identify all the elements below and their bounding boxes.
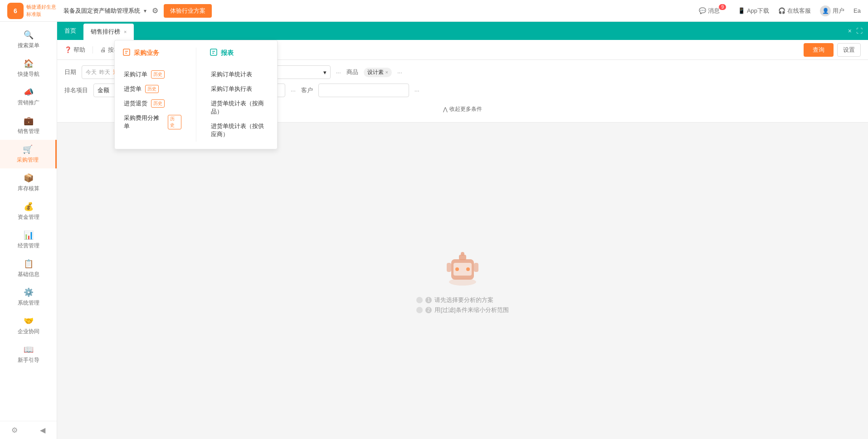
menu-item-label: 进货单 [124, 85, 141, 93]
headset-icon: 🎧 [778, 7, 785, 14]
industry-btn[interactable]: 体验行业方案 [164, 4, 212, 18]
filter-dots-2[interactable]: ··· [397, 69, 402, 76]
select-dropdown-icon: ▾ [323, 69, 327, 76]
svg-point-5 [455, 267, 459, 271]
avatar-icon: 👤 [820, 5, 831, 16]
sidebar-item-finance[interactable]: 💰 资金管理 [0, 197, 57, 226]
menu-item-order-stat[interactable]: 采购订单统计表 [209, 67, 270, 82]
system-title: 装备及固定资产辅助管理系统 [63, 7, 140, 15]
sidebar-collapse-btn[interactable]: ◀ [40, 426, 45, 434]
system-icon: ⚙️ [24, 287, 34, 297]
menu-item-label: 进货单统计表（按商品） [211, 99, 268, 116]
menu-item-incoming[interactable]: 进货单 历史 [122, 82, 183, 96]
online-service-item[interactable]: 🎧 在线客服 [778, 7, 811, 15]
content-area: 首页 销售排行榜 × × ⛶ ❓ 帮助 🖨 [57, 22, 868, 439]
report-section-icon [209, 48, 218, 58]
rank-label: 排名项目 [64, 86, 88, 94]
empty-state: 1 请先选择要分析的方案 2 用[过滤]条件来缩小分析范围 [57, 123, 868, 439]
menu-item-expense[interactable]: 采购费用分摊单 历史 [122, 111, 183, 133]
settings-result-btn[interactable]: 设置 [837, 43, 861, 57]
search-icon: 🔍 [24, 30, 34, 40]
finance-icon: 💰 [24, 202, 34, 212]
empty-illustration [440, 246, 485, 292]
main-area: 🔍 搜索菜单 🏠 快捷导航 📣 营销推广 💼 销售管理 🛒 采购管 [0, 22, 868, 439]
sidebar-item-guide[interactable]: 📖 新手引导 [0, 340, 57, 369]
purchase-section-title: 采购业务 [122, 48, 183, 62]
svg-rect-9 [447, 263, 451, 272]
sidebar: 🔍 搜索菜单 🏠 快捷导航 📣 营销推广 💼 销售管理 🛒 采购管 [0, 22, 57, 439]
query-btn[interactable]: 查询 [804, 43, 834, 57]
menu-item-order-exec[interactable]: 采购订单执行表 [209, 82, 270, 96]
home-icon: 🏠 [24, 59, 34, 69]
notification-badge: 9 [719, 4, 726, 10]
dropdown-menu: 采购业务 采购订单 历史 进货单 历史 进货退货 历史 [114, 40, 278, 149]
sidebar-item-navigation[interactable]: 🏠 快捷导航 [0, 54, 57, 83]
tab-fullscreen-icon[interactable]: ⛶ [856, 27, 863, 35]
app-download-item[interactable]: 📱 App下载 [738, 7, 769, 15]
tab-home[interactable]: 首页 [57, 22, 83, 40]
collapse-btn[interactable]: ⋀ 收起更多条件 [443, 105, 482, 113]
menu-item-purchase-order[interactable]: 采购订单 历史 [122, 67, 183, 82]
top-bar: 6 畅捷通好生意 标准版 装备及固定资产辅助管理系统 ▾ ⚙ 体验行业方案 💬 … [0, 0, 868, 22]
basic-info-icon: 📋 [24, 259, 34, 269]
toolbar-sep-1 [93, 46, 93, 54]
date-label: 日期 [64, 68, 76, 76]
menu-item-label: 采购订单统计表 [211, 70, 252, 79]
inventory-icon: 📦 [24, 173, 34, 183]
guide-icon: 📖 [24, 345, 34, 355]
customer-select[interactable] [318, 84, 409, 97]
filter-dots-4[interactable]: ··· [414, 87, 419, 94]
history-tag-2: 历史 [145, 85, 159, 93]
svg-rect-10 [474, 263, 478, 272]
menu-item-label: 采购费用分摊单 [124, 114, 164, 130]
tab-close-icon[interactable]: × [124, 29, 127, 35]
filter-dots-3[interactable]: ··· [291, 87, 296, 94]
svg-point-6 [466, 267, 470, 271]
report-section-title: 报表 [209, 48, 270, 62]
svg-point-8 [461, 252, 464, 256]
marketing-icon: 📣 [24, 87, 34, 97]
sidebar-item-purchase[interactable]: 🛒 采购管理 [0, 140, 57, 168]
menu-item-incoming-stat-supplier[interactable]: 进货单统计表（按供应商） [209, 119, 270, 142]
menu-item-return[interactable]: 进货退货 历史 [122, 96, 183, 111]
title-dropdown-icon[interactable]: ▾ [144, 8, 146, 14]
sidebar-item-sales[interactable]: 💼 销售管理 [0, 111, 57, 140]
tab-bar: 首页 销售排行榜 × × ⛶ [57, 22, 868, 40]
menu-item-incoming-stat-goods[interactable]: 进货单统计表（按商品） [209, 96, 270, 119]
sidebar-settings-btn[interactable]: ⚙ [11, 426, 18, 434]
goods-chip-close[interactable]: × [385, 69, 388, 75]
menu-item-label: 采购订单 [124, 70, 147, 79]
tab-window-close-icon[interactable]: × [848, 27, 852, 35]
history-tag-3: 历史 [151, 99, 165, 108]
logo-text: 畅捷通好生意 标准版 [26, 4, 56, 18]
operations-icon: 📊 [24, 230, 34, 240]
purchase-menu-section: 采购业务 采购订单 历史 进货单 历史 进货退货 历史 [122, 48, 183, 142]
sidebar-item-basic-info[interactable]: 📋 基础信息 [0, 254, 57, 283]
svg-text:6: 6 [14, 7, 17, 15]
filter-dots-1[interactable]: ··· [336, 69, 341, 76]
help-icon: ❓ [64, 46, 72, 53]
purchase-icon: 🛒 [23, 144, 33, 154]
sidebar-item-marketing[interactable]: 📣 营销推广 [0, 83, 57, 111]
history-tag-4: 历史 [168, 115, 181, 129]
tab-bar-right: × ⛶ [848, 27, 868, 35]
empty-robot-svg [440, 246, 485, 291]
sidebar-item-system[interactable]: ⚙️ 系统管理 [0, 283, 57, 311]
user-item[interactable]: 👤 用户 [820, 5, 844, 16]
sidebar-item-search[interactable]: 🔍 搜索菜单 [0, 25, 57, 54]
customer-label: 客户 [301, 86, 313, 94]
logo-icon: 6 [7, 3, 24, 19]
sidebar-item-enterprise[interactable]: 🤝 企业协同 [0, 311, 57, 340]
message-icon: 💬 [699, 7, 706, 14]
goods-chip: 设计素 × [364, 68, 392, 77]
enterprise-icon: 🤝 [24, 316, 34, 326]
menu-divider [196, 48, 196, 142]
sidebar-bottom: ⚙ ◀ [0, 421, 57, 439]
sidebar-item-inventory[interactable]: 📦 库存核算 [0, 168, 57, 197]
sidebar-item-operations[interactable]: 📊 经营管理 [0, 226, 57, 254]
logo-area: 6 畅捷通好生意 标准版 [7, 3, 56, 19]
help-btn[interactable]: ❓ 帮助 [64, 46, 85, 54]
settings-gear-icon[interactable]: ⚙ [152, 6, 158, 15]
notification-item[interactable]: 💬 消息 9 [699, 7, 729, 15]
tab-sales-rank[interactable]: 销售排行榜 × [83, 24, 134, 40]
